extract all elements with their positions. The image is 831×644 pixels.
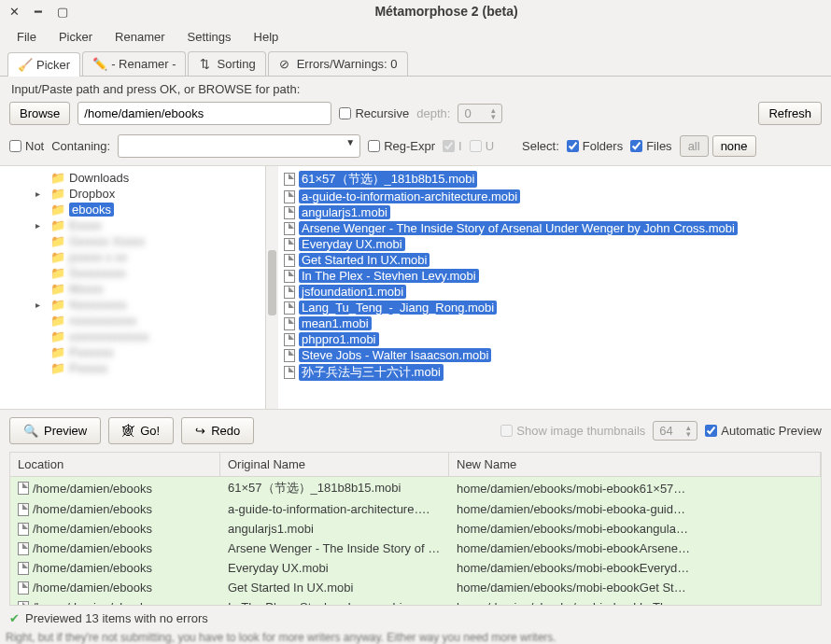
file-item[interactable]: phppro1.mobi — [278, 331, 831, 347]
file-item[interactable]: Lang_Tu_Teng_-_Jiang_Rong.mobi — [278, 300, 831, 315]
menu-renamer[interactable]: Renamer — [106, 26, 174, 48]
tree-item[interactable]: 📁jxxxxx x xx — [0, 249, 265, 265]
refresh-button[interactable]: Refresh — [758, 102, 822, 125]
document-icon — [284, 286, 295, 299]
table-row[interactable]: /home/damien/ebooksa-guide-to-informatio… — [10, 499, 821, 519]
file-list[interactable]: 61×57（节选）_181b8b15.mobia-guide-to-inform… — [278, 166, 831, 409]
maximize-icon[interactable]: ▢ — [56, 5, 69, 19]
cell-original: Everyday UX.mobi — [220, 560, 449, 576]
files-checkbox[interactable]: Files — [630, 139, 671, 153]
close-icon[interactable]: ✕ — [7, 5, 21, 19]
file-item[interactable]: 孙子兵法与三十六计.mobi — [278, 363, 831, 382]
recursive-label: Recursive — [355, 106, 409, 120]
cell-location: /home/damien/ebooks — [10, 560, 220, 576]
col-newname[interactable]: New Name — [449, 453, 821, 476]
depth-label: depth: — [416, 106, 450, 120]
table-row[interactable]: /home/damien/ebooksGet Started In UX.mob… — [10, 578, 821, 597]
cell-newname: home/damien/ebooks/mobi-ebookArsene… — [449, 540, 821, 556]
file-item[interactable]: mean1.mobi — [278, 315, 831, 331]
containing-input[interactable] — [118, 134, 360, 158]
recursive-checkbox-input[interactable] — [339, 107, 351, 119]
tab-sorting[interactable]: ⇅Sorting — [188, 51, 265, 76]
document-icon — [284, 349, 295, 362]
folder-icon: 📁 — [50, 218, 65, 232]
tree-item[interactable]: 📁Pxxxxx — [0, 360, 265, 376]
document-icon — [284, 366, 295, 379]
folder-icon: 📁 — [50, 361, 65, 375]
select-none-button[interactable]: none — [712, 135, 756, 157]
picker-icon: 🧹 — [18, 58, 31, 72]
tree-item[interactable]: 📁Pxxxxxx — [0, 344, 265, 360]
table-row[interactable]: /home/damien/ebooksArsene Wenger - The I… — [10, 539, 821, 558]
tree-item[interactable]: 📁Mxxxx — [0, 281, 265, 297]
tab-picker[interactable]: 🧹Picker — [7, 52, 80, 77]
tree-item[interactable]: 📁Gxxxxx Xxxxx — [0, 233, 265, 249]
dropdown-icon[interactable]: ▼ — [345, 137, 355, 147]
path-input[interactable] — [77, 102, 331, 125]
tree-item[interactable]: 📁Exxxx — [0, 217, 265, 233]
file-item[interactable]: In The Plex - Stevhen Levy.mobi — [278, 268, 831, 284]
file-item[interactable]: Everyday UX.mobi — [278, 236, 831, 252]
thumbnails-checkbox[interactable]: Show image thumbnails — [500, 424, 645, 438]
menu-help[interactable]: Help — [245, 26, 289, 48]
cell-original: In The Plex - Stevhen Levy.mobi — [220, 599, 449, 605]
tab-errors[interactable]: ⊘Errors/Warnings: 0 — [268, 51, 408, 76]
sorting-icon: ⇅ — [198, 57, 211, 71]
depth-spinner[interactable]: 0▴▾ — [458, 104, 502, 123]
results-body[interactable]: /home/damien/ebooks61×57（节选）_181b8b15.mo… — [10, 477, 821, 605]
recursive-checkbox[interactable]: Recursive — [339, 106, 409, 120]
table-row[interactable]: /home/damien/ebooksIn The Plex - Stevhen… — [10, 597, 821, 605]
table-row[interactable]: /home/damien/ebooks61×57（节选）_181b8b15.mo… — [10, 477, 821, 499]
document-icon — [284, 333, 295, 346]
action-row: 🔍Preview 🕸Go! ↪Redo Show image thumbnail… — [0, 410, 831, 452]
cell-location: /home/damien/ebooks — [10, 521, 220, 537]
cell-location: /home/damien/ebooks — [10, 501, 220, 517]
folder-icon: 📁 — [50, 250, 65, 264]
menu-settings[interactable]: Settings — [178, 26, 241, 48]
tree-item[interactable]: 📁Nxxxxxxxx — [0, 297, 265, 313]
folder-tree[interactable]: 📁Downloads📁Dropbox📁ebooks📁Exxxx📁Gxxxxx X… — [0, 166, 265, 409]
file-item[interactable]: jsfoundation1.mobi — [278, 284, 831, 300]
regexpr-checkbox[interactable]: Reg-Expr — [368, 139, 435, 153]
thumb-size-spinner[interactable]: 64▴▾ — [653, 421, 697, 441]
cell-location: /home/damien/ebooks — [10, 540, 220, 556]
auto-preview-checkbox[interactable]: Automatic Preview — [705, 424, 822, 438]
minimize-icon[interactable]: ━ — [32, 5, 45, 19]
table-row[interactable]: /home/damien/ebooksEveryday UX.mobihome/… — [10, 558, 821, 578]
preview-button[interactable]: 🔍Preview — [9, 417, 101, 444]
tree-item[interactable]: 📁Downloads — [0, 170, 265, 186]
col-location[interactable]: Location — [10, 453, 220, 476]
col-original[interactable]: Original Name — [220, 453, 449, 476]
file-item[interactable]: angularjs1.mobi — [278, 204, 831, 220]
tab-renamer[interactable]: ✏️- Renamer - — [82, 51, 186, 76]
file-item[interactable]: a-guide-to-information-architecture.mobi — [278, 189, 831, 204]
document-icon — [284, 222, 295, 235]
redo-button[interactable]: ↪Redo — [181, 417, 254, 444]
tree-scrollbar[interactable] — [265, 166, 278, 409]
file-item[interactable]: Get Started In UX.mobi — [278, 252, 831, 268]
not-checkbox[interactable]: Not — [9, 139, 44, 153]
browse-button[interactable]: Browse — [9, 102, 70, 125]
menu-picker[interactable]: Picker — [49, 26, 102, 48]
folder-icon: 📁 — [50, 298, 65, 312]
folders-checkbox[interactable]: Folders — [567, 139, 623, 153]
go-button[interactable]: 🕸Go! — [108, 417, 174, 444]
select-all-button[interactable]: all — [680, 135, 709, 157]
tree-item[interactable]: 📁oxxxxxxxxxxxx — [0, 329, 265, 344]
document-icon — [284, 190, 295, 203]
tree-item[interactable]: 📁Dropbox — [0, 186, 265, 202]
menu-file[interactable]: File — [7, 26, 46, 48]
document-icon — [18, 523, 29, 536]
table-row[interactable]: /home/damien/ebooksangularjs1.mobihome/d… — [10, 519, 821, 539]
tree-item[interactable]: 📁ebooks — [0, 202, 265, 217]
tree-item[interactable]: 📁Sxxxxxxxx — [0, 265, 265, 281]
document-icon — [18, 601, 29, 606]
file-item[interactable]: Steve Jobs - Walter Isaacson.mobi — [278, 347, 831, 363]
folder-icon: 📁 — [50, 203, 65, 217]
cell-newname: home/damien/ebooks/mobi-ebooka-guid… — [449, 501, 821, 517]
document-icon — [284, 206, 295, 219]
file-item[interactable]: Arsene Wenger - The Inside Story of Arse… — [278, 220, 831, 236]
tree-item[interactable]: 📁nxxxxxxxxxx — [0, 313, 265, 329]
file-item[interactable]: 61×57（节选）_181b8b15.mobi — [278, 170, 831, 189]
redo-icon: ↪ — [195, 424, 205, 438]
